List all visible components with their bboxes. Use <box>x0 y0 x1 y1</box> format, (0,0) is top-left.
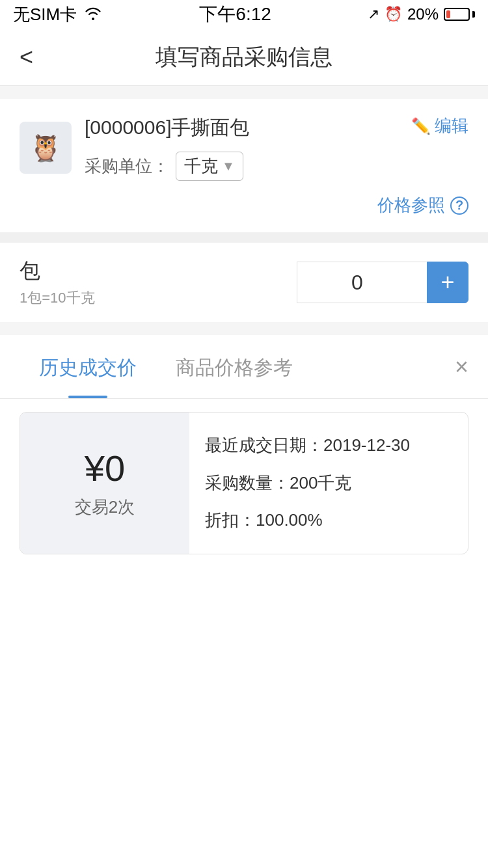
bottom-white-area <box>0 567 488 868</box>
product-header: 🦉 [0000006]手撕面包 采购单位： 千克 ▼ ✏️ 编辑 <box>20 115 468 181</box>
quantity-input[interactable] <box>297 262 427 303</box>
price-card-container: ¥0 交易2次 最近成交日期：2019-12-30 采购数量：200千克 折扣：… <box>0 399 488 567</box>
discount-row: 折扣：100.00% <box>205 507 452 534</box>
product-unit-row: 采购单位： 千克 ▼ <box>85 152 249 181</box>
wifi-icon <box>83 5 103 25</box>
product-name: [0000006]手撕面包 <box>85 115 249 141</box>
battery-percent: 20% <box>407 5 439 23</box>
location-icon: ↗ <box>368 6 379 23</box>
status-right: ↗ ⏰ 20% <box>368 5 475 23</box>
discount-label: 折扣： <box>205 510 256 530</box>
tab-price-ref-label: 商品价格参考 <box>176 357 293 378</box>
price-ref-label: 价格参照 <box>377 194 445 217</box>
purchase-quantity-row: 采购数量：200千克 <box>205 470 452 497</box>
battery-icon <box>444 8 475 21</box>
recent-date-row: 最近成交日期：2019-12-30 <box>205 432 452 459</box>
price-card-left: ¥0 交易2次 <box>20 413 189 554</box>
alarm-icon: ⏰ <box>385 6 402 23</box>
status-time: 下午6:12 <box>199 2 271 27</box>
quantity-conversion: 1包=10千克 <box>20 288 95 308</box>
price-card-right: 最近成交日期：2019-12-30 采购数量：200千克 折扣：100.00% <box>189 413 468 554</box>
price-value: 0 <box>105 448 125 489</box>
status-bar: 无SIM卡 下午6:12 ↗ ⏰ 20% <box>0 0 488 29</box>
product-info: [0000006]手撕面包 采购单位： 千克 ▼ <box>85 115 249 181</box>
tab-history-price[interactable]: 历史成交价 <box>20 335 156 398</box>
status-left: 无SIM卡 <box>13 3 103 26</box>
tabs-section: 历史成交价 商品价格参考 × ¥0 交易2次 最近成交日期：2019-12-30… <box>0 335 488 567</box>
quantity-unit-label: 包 <box>20 257 95 286</box>
page-title: 填写商品采购信息 <box>156 42 332 72</box>
edit-icon: ✏️ <box>411 117 431 135</box>
quantity-input-group: + <box>297 262 468 303</box>
quantity-plus-button[interactable]: + <box>427 262 468 303</box>
back-button[interactable]: < <box>20 44 59 71</box>
unit-value: 千克 <box>184 155 218 178</box>
nav-bar: < 填写商品采购信息 <box>0 29 488 86</box>
purchase-quantity-value: 200千克 <box>290 473 351 493</box>
unit-select[interactable]: 千克 ▼ <box>176 152 243 181</box>
tab-price-ref[interactable]: 商品价格参考 <box>156 335 312 398</box>
recent-date-label: 最近成交日期： <box>205 435 323 455</box>
price-trades: 交易2次 <box>75 496 135 519</box>
purchase-quantity-label: 采购数量： <box>205 473 290 493</box>
unit-label: 采购单位： <box>85 155 169 178</box>
price-ref-row: 价格参照 ? <box>20 194 468 217</box>
product-thumbnail: 🦉 <box>20 122 72 174</box>
product-card: 🦉 [0000006]手撕面包 采购单位： 千克 ▼ ✏️ 编辑 价格参照 ? <box>0 99 488 232</box>
product-left: 🦉 [0000006]手撕面包 采购单位： 千克 ▼ <box>20 115 249 181</box>
tabs-header: 历史成交价 商品价格参考 × <box>0 335 488 399</box>
tab-underline <box>68 396 107 398</box>
quantity-row: 包 1包=10千克 + <box>0 243 488 322</box>
divider <box>0 232 488 243</box>
price-card: ¥0 交易2次 最近成交日期：2019-12-30 采购数量：200千克 折扣：… <box>20 412 468 554</box>
recent-date-value: 2019-12-30 <box>323 435 410 455</box>
price-currency: ¥ <box>85 448 105 489</box>
tab-history-label: 历史成交价 <box>39 357 137 378</box>
price-amount: ¥0 <box>85 447 125 489</box>
tab-close-button[interactable]: × <box>442 340 468 394</box>
price-ref-button[interactable]: 价格参照 ? <box>377 194 468 217</box>
quantity-label-group: 包 1包=10千克 <box>20 257 95 308</box>
product-thumbnail-icon: 🦉 <box>29 133 62 163</box>
edit-button[interactable]: ✏️ 编辑 <box>411 115 468 137</box>
help-icon: ? <box>450 197 468 215</box>
chevron-down-icon: ▼ <box>222 159 235 174</box>
carrier-label: 无SIM卡 <box>13 3 77 26</box>
discount-value: 100.00% <box>256 510 323 530</box>
edit-label: 编辑 <box>435 115 468 137</box>
